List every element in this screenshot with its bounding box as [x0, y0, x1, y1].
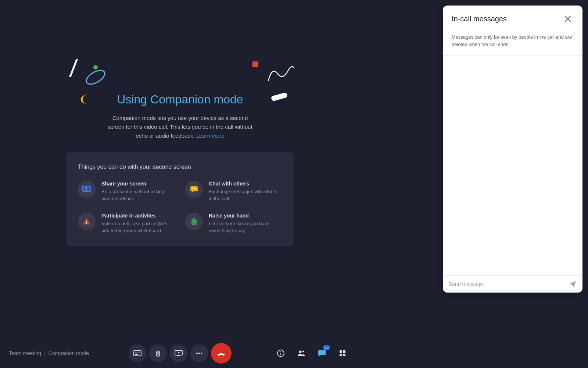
panel-subtitle: Messages can only be seen by people in t…: [443, 31, 582, 56]
svg-rect-19: [177, 355, 180, 356]
raise-hand-icon: [185, 213, 203, 230]
chat-button[interactable]: 25: [313, 344, 331, 362]
feature-share-title: Share your screen: [101, 181, 175, 187]
feature-chat-text: Chat with others Exchange messages with …: [209, 181, 282, 202]
feature-chat: Chat with others Exchange messages with …: [185, 181, 282, 202]
deco-square: [252, 61, 259, 68]
svg-text:!: !: [86, 220, 87, 224]
more-options-button[interactable]: [190, 344, 208, 362]
main-area: Using Companion mode Companion mode lets…: [0, 0, 360, 368]
features-card: Things you can do with your second scree…: [66, 152, 294, 246]
feature-share-desc: Be a presenter without risking audio fee…: [101, 188, 175, 202]
learn-more-link[interactable]: Learn more: [196, 132, 225, 139]
controls-right: 25: [272, 344, 351, 362]
svg-point-21: [198, 353, 200, 354]
feature-activities: ! Participate in activites Vote in a pol…: [78, 213, 175, 234]
svg-point-1: [84, 68, 107, 87]
feature-activities-title: Participate in activites: [101, 213, 175, 219]
panel-messages: [443, 56, 582, 275]
end-call-button[interactable]: [211, 343, 232, 364]
svg-rect-25: [280, 353, 281, 355]
feature-chat-desc: Exchange messages with others in the cal…: [209, 188, 282, 202]
feature-share-text: Share your screen Be a presenter without…: [101, 181, 175, 202]
present-button[interactable]: [170, 344, 187, 362]
svg-rect-28: [340, 350, 342, 353]
svg-rect-7: [85, 191, 89, 192]
hero-description: Companion mode lets you use your device …: [107, 114, 254, 140]
companion-hero: Using Companion mode Companion mode lets…: [70, 93, 290, 140]
svg-point-24: [280, 351, 281, 352]
controls-center: [129, 343, 232, 364]
message-input[interactable]: [449, 281, 566, 287]
deco-wave: [266, 63, 296, 85]
panel-title: In-call messages: [452, 15, 507, 23]
raise-hand-button[interactable]: [149, 344, 167, 362]
svg-rect-14: [134, 351, 141, 356]
feature-share: Share your screen Be a presenter without…: [78, 181, 175, 202]
svg-line-0: [70, 60, 77, 77]
svg-rect-16: [135, 354, 138, 355]
panel-close-button[interactable]: [562, 13, 574, 25]
svg-point-27: [302, 351, 304, 353]
svg-point-22: [201, 353, 202, 354]
svg-point-10: [194, 188, 195, 189]
svg-rect-3: [252, 61, 258, 67]
features-grid: Share your screen Be a presenter without…: [78, 181, 282, 234]
svg-point-26: [299, 351, 302, 353]
chat-badge: 25: [323, 345, 330, 350]
svg-point-11: [195, 188, 196, 189]
deco-ring: [83, 64, 108, 90]
svg-point-2: [93, 65, 98, 70]
feature-chat-title: Chat with others: [209, 181, 282, 187]
feature-activities-desc: Vote in a poll, take part in Q&A, add to…: [101, 220, 175, 234]
activities-icon: !: [78, 213, 96, 230]
meeting-mode: Companion mode: [49, 350, 89, 356]
feature-hand-title: Raise your hand: [209, 213, 282, 219]
hero-title: Using Companion mode: [70, 93, 290, 106]
feature-hand-desc: Let everyone know you have something to …: [209, 220, 282, 234]
meeting-info: Team meeting | Companion mode: [9, 350, 89, 356]
info-button[interactable]: [272, 344, 290, 362]
panel-header: In-call messages: [443, 6, 582, 31]
activities-button[interactable]: [334, 344, 351, 362]
in-call-messages-panel: In-call messages Messages can only be se…: [443, 6, 582, 293]
share-screen-icon: [78, 181, 96, 198]
panel-footer: [443, 275, 582, 293]
svg-rect-31: [343, 354, 345, 356]
send-message-button[interactable]: [569, 280, 577, 288]
feature-activities-text: Participate in activites Vote in a poll,…: [101, 213, 175, 234]
svg-point-9: [192, 188, 193, 189]
separator: |: [44, 350, 46, 356]
feature-hand: Raise your hand Let everyone know you ha…: [185, 213, 282, 234]
svg-rect-17: [138, 353, 140, 353]
bottom-bar: Team meeting | Companion mode: [0, 339, 360, 368]
feature-hand-text: Raise your hand Let everyone know you ha…: [209, 213, 282, 234]
chat-icon: [185, 181, 203, 198]
svg-point-20: [196, 353, 198, 354]
deco-slash: [68, 59, 79, 77]
features-title: Things you can do with your second scree…: [78, 164, 282, 170]
people-button[interactable]: [293, 344, 310, 362]
svg-rect-29: [343, 350, 345, 353]
meeting-name: Team meeting: [9, 350, 41, 356]
svg-rect-15: [135, 353, 137, 353]
captions-button[interactable]: [129, 344, 146, 362]
svg-rect-30: [340, 354, 342, 356]
